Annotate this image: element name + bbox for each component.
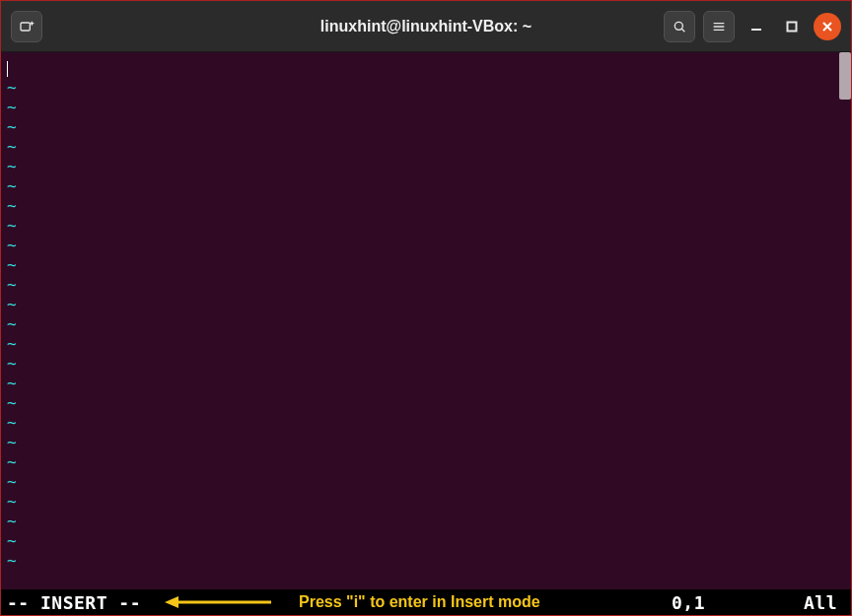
new-tab-icon	[19, 19, 35, 34]
vim-mode-indicator: -- INSERT --	[7, 592, 141, 613]
minimize-icon	[750, 21, 762, 33]
annotation-arrow	[165, 592, 271, 613]
close-icon	[821, 21, 833, 33]
vim-empty-line-tilde: ~	[7, 531, 845, 551]
new-tab-button[interactable]	[11, 11, 42, 42]
close-button[interactable]	[814, 13, 841, 40]
vim-empty-line-tilde: ~	[7, 374, 845, 393]
vim-empty-line-tilde: ~	[7, 433, 845, 452]
titlebar: linuxhint@linuxhint-VBox: ~	[1, 1, 851, 52]
vim-empty-line-tilde: ~	[7, 137, 845, 157]
vim-empty-line-tilde: ~	[7, 236, 845, 255]
window-title: linuxhint@linuxhint-VBox: ~	[320, 18, 532, 35]
vim-empty-line-tilde: ~	[7, 314, 845, 334]
svg-rect-0	[21, 23, 30, 31]
annotation-hint: Press "i" to enter in Insert mode	[299, 593, 540, 611]
vim-empty-line-tilde: ~	[7, 295, 845, 314]
vim-cursor-position: 0,1	[672, 592, 804, 613]
vim-empty-line-tilde: ~	[7, 176, 845, 196]
svg-marker-4	[165, 596, 178, 608]
vim-empty-line-tilde: ~	[7, 452, 845, 472]
terminal-area[interactable]: ~~~~~~~~~~~~~~~~~~~~~~~~~	[1, 52, 851, 615]
search-icon	[672, 19, 687, 34]
vim-empty-line-tilde: ~	[7, 157, 845, 176]
titlebar-right	[664, 11, 841, 42]
scrollbar-thumb[interactable]	[839, 52, 851, 100]
vim-empty-line-tilde: ~	[7, 492, 845, 512]
vim-empty-line-tilde: ~	[7, 354, 845, 374]
vim-empty-line-tilde: ~	[7, 512, 845, 531]
vim-empty-line-tilde: ~	[7, 78, 845, 98]
vim-status-line: -- INSERT -- Press "i" to enter in Inser…	[1, 589, 851, 615]
vim-empty-line-tilde: ~	[7, 255, 845, 275]
vim-empty-line-tilde: ~	[7, 196, 845, 216]
cursor-line	[7, 58, 845, 78]
text-cursor	[7, 61, 8, 77]
search-button[interactable]	[664, 11, 695, 42]
maximize-icon	[786, 21, 798, 33]
arrow-left-icon	[165, 595, 271, 609]
vim-empty-line-tilde: ~	[7, 275, 845, 295]
menu-button[interactable]	[703, 11, 735, 42]
vim-empty-line-tilde: ~	[7, 334, 845, 354]
minimize-button[interactable]	[743, 13, 770, 40]
vim-empty-line-tilde: ~	[7, 413, 845, 433]
vim-empty-line-tilde: ~	[7, 98, 845, 117]
hamburger-icon	[711, 19, 727, 34]
vim-empty-line-tilde: ~	[7, 117, 845, 137]
vim-empty-line-tilde: ~	[7, 216, 845, 236]
maximize-button[interactable]	[778, 13, 806, 40]
vim-empty-line-tilde: ~	[7, 551, 845, 571]
vim-empty-line-tilde: ~	[7, 472, 845, 492]
svg-rect-2	[788, 22, 797, 31]
svg-point-1	[674, 22, 682, 30]
vim-empty-line-tilde: ~	[7, 393, 845, 413]
vim-scroll-indicator: All	[804, 592, 845, 613]
